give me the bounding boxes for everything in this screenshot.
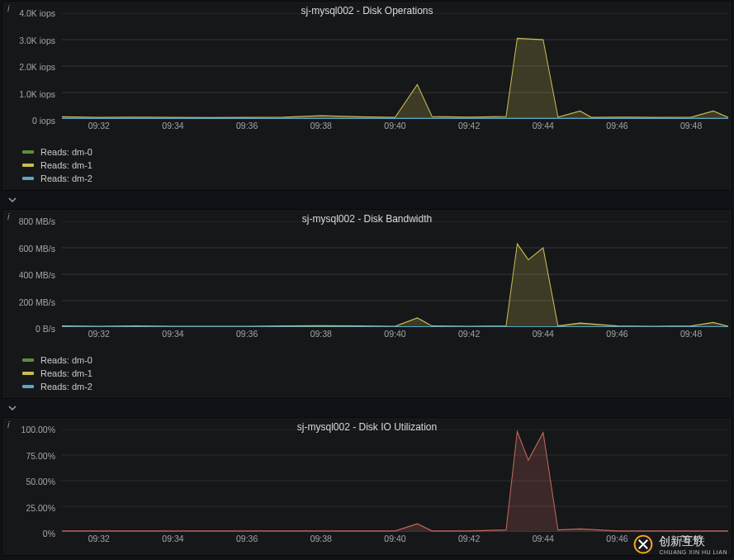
y-tick-label: 2.0K iops <box>19 62 55 72</box>
y-tick-label: 400 MB/s <box>19 270 55 280</box>
y-tick-label: 0 iops <box>32 116 55 126</box>
legend-swatch <box>22 385 34 388</box>
y-tick-label: 0 B/s <box>36 324 55 334</box>
x-tick-label: 09:46 <box>606 534 627 543</box>
x-tick-label: 09:46 <box>606 329 627 339</box>
y-tick-label: 75.00% <box>26 451 55 461</box>
x-tick-label: 09:44 <box>533 534 554 543</box>
chevron-down-icon <box>8 404 17 412</box>
x-tick-label: 09:42 <box>458 121 480 131</box>
x-tick-label: 09:34 <box>162 329 183 339</box>
legend-swatch <box>22 150 34 154</box>
legend-label: Reads: dm-2 <box>40 382 92 392</box>
x-tick-label: 09:34 <box>162 534 183 543</box>
legend-swatch <box>22 372 34 375</box>
x-tick-label: 09:34 <box>162 121 183 131</box>
legend-label: Reads: dm-0 <box>40 355 92 365</box>
x-axis: 09:3209:3409:3609:3809:4009:4209:4409:46… <box>62 327 728 347</box>
x-tick-label: 09:44 <box>533 329 554 339</box>
y-axis: 0 iops1.0K iops2.0K iops3.0K iops4.0K io… <box>2 13 59 121</box>
x-tick-label: 09:36 <box>236 121 258 131</box>
legend-label: Reads: dm-1 <box>40 160 92 170</box>
row-collapse-toggle[interactable] <box>0 192 734 208</box>
x-tick-label: 09:48 <box>680 329 702 339</box>
x-axis: 09:3209:3409:3609:3809:4009:4209:4409:46… <box>62 532 728 552</box>
panel-title[interactable]: sj-mysql002 - Disk Bandwidth <box>2 213 732 225</box>
plot-area[interactable] <box>62 429 728 532</box>
legend-item-dm-1[interactable]: Reads: dm-1 <box>22 367 732 380</box>
x-tick-label: 09:42 <box>458 534 480 543</box>
x-tick-label: 09:42 <box>458 329 480 339</box>
panel-title[interactable]: sj-mysql002 - Disk IO Utilization <box>2 421 732 433</box>
legend-item-dm-2[interactable]: Reads: dm-2 <box>22 172 732 185</box>
y-tick-label: 600 MB/s <box>19 244 55 254</box>
panel-bw: isj-mysql002 - Disk Bandwidth0 B/s200 MB… <box>2 209 732 399</box>
panel-title[interactable]: sj-mysql002 - Disk Operations <box>2 5 732 17</box>
y-tick-label: 25.00% <box>26 503 55 513</box>
legend-item-dm-0[interactable]: Reads: dm-0 <box>22 145 732 159</box>
plot-area[interactable] <box>62 221 728 327</box>
x-tick-label: 09:38 <box>310 121 332 131</box>
x-tick-label: 09:36 <box>236 534 258 543</box>
x-axis: 09:3209:3409:3609:3809:4009:4209:4409:46… <box>62 119 728 139</box>
panel-ops: isj-mysql002 - Disk Operations0 iops1.0K… <box>2 1 732 191</box>
legend-label: Reads: dm-1 <box>40 368 92 378</box>
legend-item-dm-0[interactable]: Reads: dm-0 <box>22 354 732 367</box>
legend-item-dm-1[interactable]: Reads: dm-1 <box>22 159 732 172</box>
x-tick-label: 09:32 <box>88 534 110 543</box>
x-tick-label: 09:48 <box>680 121 702 131</box>
legend: Reads: dm-0Reads: dm-1Reads: dm-2 <box>2 144 732 190</box>
y-tick-label: 200 MB/s <box>19 297 55 307</box>
x-tick-label: 09:48 <box>680 534 702 543</box>
x-tick-label: 09:44 <box>533 121 554 131</box>
chevron-down-icon <box>8 196 17 204</box>
legend-swatch <box>22 358 34 362</box>
legend-label: Reads: dm-2 <box>40 173 92 183</box>
panel-io: isj-mysql002 - Disk IO Utilization0%25.0… <box>2 417 732 556</box>
y-tick-label: 3.0K iops <box>19 36 55 45</box>
y-tick-label: 0% <box>43 529 55 539</box>
row-collapse-toggle[interactable] <box>0 400 734 416</box>
x-tick-label: 09:32 <box>88 121 110 131</box>
legend-label: Reads: dm-0 <box>40 147 92 157</box>
legend-swatch <box>22 164 34 167</box>
legend-swatch <box>22 177 34 180</box>
x-tick-label: 09:40 <box>384 329 405 339</box>
y-axis: 0 B/s200 MB/s400 MB/s600 MB/s800 MB/s <box>2 221 59 329</box>
legend-item-dm-2[interactable]: Reads: dm-2 <box>22 380 732 393</box>
x-tick-label: 09:40 <box>384 534 405 543</box>
y-axis: 0%25.00%50.00%75.00%100.00% <box>2 429 59 534</box>
x-tick-label: 09:32 <box>88 329 110 339</box>
x-tick-label: 09:38 <box>310 534 332 543</box>
y-tick-label: 1.0K iops <box>19 89 55 99</box>
plot-area[interactable] <box>62 13 728 119</box>
x-tick-label: 09:38 <box>310 329 332 339</box>
dashboard: isj-mysql002 - Disk Operations0 iops1.0K… <box>0 0 734 560</box>
x-tick-label: 09:36 <box>236 329 258 339</box>
legend: Reads: dm-0Reads: dm-1Reads: dm-2 <box>2 352 732 398</box>
x-tick-label: 09:40 <box>384 121 405 131</box>
y-tick-label: 50.00% <box>26 477 55 486</box>
x-tick-label: 09:46 <box>606 121 627 131</box>
